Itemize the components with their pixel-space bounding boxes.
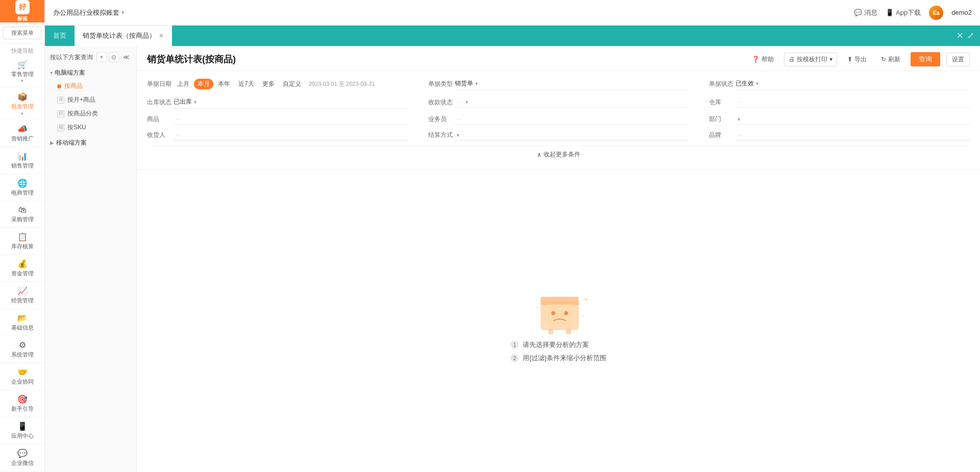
warehouse-control: ··· <box>736 97 970 108</box>
tab-close-all-button[interactable]: ✕ <box>957 32 963 40</box>
mobile-group-arrow: ▶ <box>50 140 54 146</box>
collapse-button[interactable]: ∧ 收起更多条件 <box>537 150 580 159</box>
sidebar-item-sales[interactable]: 📊 销售管理 <box>0 147 44 174</box>
scheme-item-by-product[interactable]: 按商品 <box>45 79 136 93</box>
scheme-group-mobile-header[interactable]: ▶ 移动端方案 <box>45 136 136 149</box>
date-tabs-container: 上月 本月 本年 近7天 更多 自定义 2023-03-01 至 2023-03… <box>174 79 375 89</box>
sidebar-item-retail-label: 零售管理 <box>11 70 34 78</box>
sidebar-item-basic[interactable]: 📂 基础信息 <box>0 309 44 336</box>
payment-dropdown-arrow[interactable]: ▾ <box>455 132 461 138</box>
salesperson-filter-item: 业务员 ··· <box>428 114 689 125</box>
sidebar-item-wechat[interactable]: 💬 企业微信 <box>0 444 44 471</box>
app-download-button[interactable]: 📱 App下载 <box>886 8 921 17</box>
empty-tip-1: 1 请先选择要分析的方案 <box>510 340 606 349</box>
sidebar-item-marketing[interactable]: 📣 营销推广 <box>0 120 44 147</box>
doc-status-dropdown-arrow[interactable]: ▾ <box>754 81 761 86</box>
message-icon: 💬 <box>854 9 862 16</box>
sidebar-item-retail[interactable]: 🛒 零售管理 ▾ <box>0 56 44 88</box>
date-tab-this-month[interactable]: 本月 <box>194 79 213 89</box>
payment-label: 结算方式 <box>428 131 455 139</box>
scheme-add-button[interactable]: + <box>96 52 107 62</box>
app-logo[interactable]: 好 标账 <box>0 0 44 22</box>
tab-bar: 首页 销货单统计表（按商品） ✕ ✕ ⤢ <box>45 26 980 46</box>
sidebar-item-ecommerce[interactable]: 🌐 电商管理 <box>0 174 44 201</box>
stock-status-label: 出库状态 <box>147 98 174 107</box>
sidebar-item-finance-label: 资金管理 <box>11 270 34 277</box>
sidebar-item-system-label: 系统管理 <box>11 351 34 359</box>
content-area: 按以下方案查询 + ⊙ ≪ ▾ 电脑端方案 按商品 月 <box>45 46 980 472</box>
filter-row-1: 单据日期 上月 本月 本年 近7天 更多 自定义 2023-03-01 至 20… <box>147 77 970 90</box>
date-tab-this-year[interactable]: 本年 <box>214 79 234 89</box>
top-header: 办公用品行业模拟账套 ▾ 💬 消息 📱 App下载 Ea demo2 <box>45 0 980 26</box>
tab-expand-button[interactable]: ⤢ <box>967 32 974 40</box>
date-tab-last-month[interactable]: 上月 <box>174 79 193 89</box>
ecommerce-icon: 🌐 <box>17 178 28 188</box>
collapse-row: ∧ 收起更多条件 <box>147 146 970 163</box>
sidebar-item-apps[interactable]: 📱 应用中心 <box>0 417 44 444</box>
product-label: 商品 <box>147 115 174 124</box>
doc-status-label: 单据状态 <box>709 80 736 88</box>
doc-type-dropdown-arrow[interactable]: ▾ <box>473 81 480 86</box>
export-button[interactable]: ⬆ 导出 <box>843 53 871 66</box>
date-tab-custom[interactable]: 自定义 <box>279 79 305 89</box>
sidebar-item-enterprise[interactable]: 🤝 企业协同 <box>0 363 44 390</box>
sidebar-item-marketing-label: 营销推广 <box>11 135 34 143</box>
query-label: 查询 <box>919 55 932 64</box>
stock-status-dropdown-arrow[interactable]: ▾ <box>192 99 199 105</box>
sidebar-item-purchase[interactable]: 🛍 采购管理 <box>0 201 44 228</box>
scheme-settings-button[interactable]: ⊙ <box>109 52 119 62</box>
scheme-group-mobile: ▶ 移动端方案 <box>45 136 136 149</box>
warehouse-more[interactable]: ··· <box>736 99 744 105</box>
tip-text-2: 用[过滤]条件来缩小分析范围 <box>523 353 606 363</box>
department-dropdown-arrow[interactable]: ▾ <box>736 116 742 122</box>
user-initials: Ea <box>933 10 940 16</box>
help-button[interactable]: ❓ 帮助 <box>748 53 778 66</box>
tab-report[interactable]: 销货单统计表（按商品） ✕ <box>75 26 172 46</box>
scheme-panel-icons: + ⊙ ≪ <box>96 52 131 62</box>
scheme-item-by-sku[interactable]: 规 按SKU <box>45 121 136 134</box>
date-range-display: 2023-03-01 至 2023-03-31 <box>309 80 375 88</box>
tab-home[interactable]: 首页 <box>45 26 75 46</box>
refresh-button[interactable]: ↻ 刷新 <box>877 53 904 66</box>
sidebar-item-system[interactable]: ⚙ 系统管理 <box>0 336 44 363</box>
scheme-group-pc-header[interactable]: ▾ 电脑端方案 <box>45 66 136 79</box>
receipt-status-dropdown-arrow[interactable]: ▾ <box>463 99 470 105</box>
receiver-more[interactable]: ··· <box>174 132 182 138</box>
industry-dropdown-arrow: ▾ <box>121 9 125 16</box>
retail-icon: 🛒 <box>17 60 28 69</box>
scheme-collapse-button[interactable]: ≪ <box>121 52 131 62</box>
sidebar-item-wholesale[interactable]: 📦 批发管理 ▴ <box>0 88 44 120</box>
message-button[interactable]: 💬 消息 <box>854 8 877 17</box>
sidebar-item-guide[interactable]: 🎯 新手引导 <box>0 390 44 417</box>
salesperson-more[interactable]: ··· <box>455 116 463 122</box>
template-print-button[interactable]: 🖨 按模板打印 ▾ <box>784 53 837 66</box>
refresh-label: 刷新 <box>888 55 900 64</box>
date-tab-7days[interactable]: 近7天 <box>235 79 258 89</box>
industry-selector[interactable]: 办公用品行业模拟账套 ▾ <box>53 8 125 17</box>
receipt-status-control: ··· ▾ <box>455 97 689 108</box>
sidebar-item-inventory[interactable]: 📋 库存核算 <box>0 228 44 255</box>
user-name[interactable]: demo2 <box>951 9 972 16</box>
date-tab-more[interactable]: 更多 <box>259 79 278 89</box>
header-right: 💬 消息 📱 App下载 Ea demo2 <box>854 6 972 20</box>
sidebar-item-sales-label: 销售管理 <box>11 162 34 170</box>
query-button[interactable]: 查询 <box>911 52 940 66</box>
scheme-item-month-product[interactable]: 月 按月+商品 <box>45 93 136 107</box>
guide-icon: 🎯 <box>17 394 28 404</box>
settings-button[interactable]: 设置 <box>946 53 970 66</box>
brand-more[interactable]: ··· <box>736 132 744 138</box>
user-avatar[interactable]: Ea <box>929 6 943 20</box>
receiver-control: ··· <box>174 130 408 140</box>
scheme-item-by-category[interactable]: 归 按商品分类 <box>45 107 136 121</box>
print-dropdown-arrow: ▾ <box>829 56 832 63</box>
sidebar-item-inventory-label: 库存核算 <box>11 243 34 250</box>
product-more[interactable]: ··· <box>174 116 182 122</box>
search-menu-button[interactable]: 搜索菜单 <box>3 27 41 39</box>
payment-control: ▾ <box>455 130 689 140</box>
sidebar-item-finance[interactable]: 💰 资金管理 <box>0 255 44 282</box>
sidebar-item-guide-label: 新手引导 <box>11 405 34 413</box>
receipt-status-more[interactable]: ··· <box>455 99 463 105</box>
tab-report-close[interactable]: ✕ <box>159 32 164 39</box>
svg-rect-2 <box>546 304 574 325</box>
sidebar-item-operations[interactable]: 📈 经营管理 <box>0 282 44 309</box>
